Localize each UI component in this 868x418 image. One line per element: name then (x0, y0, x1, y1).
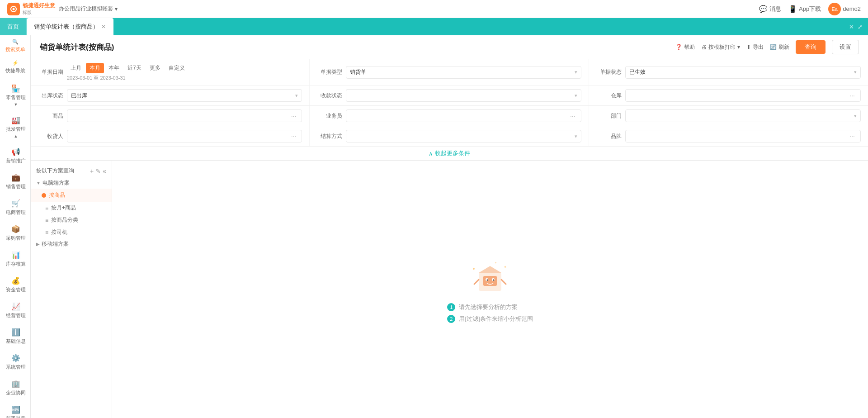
bill-status-value: 已生效 (629, 68, 646, 76)
sidebar-item-wholesale[interactable]: 🏭 批发管理 ▲ (0, 111, 30, 143)
query-button[interactable]: 查询 (796, 40, 826, 54)
empty-illustration: ✦ ✦ ✦ (467, 252, 513, 298)
help-btn[interactable]: ❓ 帮助 (675, 43, 695, 51)
search-icon: 🔍 (12, 39, 19, 45)
retail-icon: 🏪 (11, 84, 20, 93)
payment-select[interactable]: ▾ (346, 130, 581, 142)
sidebar-item-marketing[interactable]: 📢 营销推广 (0, 143, 30, 169)
goods-dots[interactable]: ··· (289, 112, 298, 119)
guide-label: 新手引导 (6, 415, 26, 418)
sidebar-item-operations[interactable]: 📈 经营管理 (0, 298, 30, 323)
scheme-collapse-icon[interactable]: « (103, 167, 106, 175)
scheme-edit-icon[interactable]: ✎ (95, 167, 101, 175)
salesman-label: 业务员 (317, 112, 342, 120)
sidebar-item-retail[interactable]: 🏪 零售管理 ▼ (0, 80, 30, 111)
sidebar-item-sales[interactable]: 💼 销售管理 (0, 169, 30, 195)
category-arrow-down: ▼ (36, 180, 41, 185)
purchase-icon: 📦 (11, 225, 20, 233)
goods-select[interactable]: ··· (67, 109, 302, 122)
filter-brand-cell: 品牌 ··· (589, 126, 868, 146)
brand-select[interactable]: ··· (625, 130, 861, 142)
sidebar-item-purchase[interactable]: 📦 采购管理 (0, 220, 30, 246)
sidebar-item-enterprise[interactable]: 🏢 企业协同 (0, 375, 30, 401)
export-label: 导出 (753, 43, 764, 51)
out-status-value: 已出库 (71, 92, 87, 100)
user-area[interactable]: Ea demo2 (828, 3, 861, 15)
user-name: demo2 (843, 5, 861, 12)
close-window-icon[interactable]: ✕ (849, 24, 854, 30)
message-btn[interactable]: 💬 消息 (759, 5, 781, 13)
report-tab-label: 销货单统计表（按商品） (34, 23, 99, 31)
sidebar-item-basic[interactable]: ℹ️ 基础信息 (0, 323, 30, 349)
search-label: 搜索菜单 (5, 46, 25, 53)
filter-payment-cell: 结算方式 ▾ (310, 126, 589, 146)
sidebar-item-system[interactable]: ⚙️ 系统管理 (0, 349, 30, 375)
tab-bar: 首页 销货单统计表（按商品） ✕ ✕ ⤢ (0, 18, 868, 35)
warehouse-dots[interactable]: ··· (848, 92, 857, 99)
bill-type-select[interactable]: 销货单 ▾ (346, 66, 581, 79)
content-wrapper: 销货单统计表(按商品) ❓ 帮助 🖨 按模板打印 ▾ ⬆ 导出 🔄 刷新 (31, 35, 868, 418)
template-print-btn[interactable]: 🖨 按模板打印 ▾ (701, 43, 740, 51)
date-btn-this-month[interactable]: 本月 (86, 63, 104, 73)
scheme-add-icon[interactable]: + (90, 167, 94, 175)
sidebar-item-guide[interactable]: 🆕 新手引导 (0, 401, 30, 418)
brand-dots[interactable]: ··· (848, 133, 857, 140)
refresh-btn[interactable]: 🔄 刷新 (770, 43, 789, 51)
date-btn-this-year[interactable]: 本年 (105, 63, 123, 73)
scheme-item-category[interactable]: ≡ 按商品分类 (31, 214, 112, 226)
scheme-item-goods-label: 按商品 (49, 191, 65, 199)
app-download-btn[interactable]: 📱 App下载 (788, 5, 821, 13)
collapse-btn[interactable]: ∧ 收起更多条件 (429, 149, 470, 157)
salesman-select[interactable]: ··· (346, 109, 581, 122)
scheme-category-mobile[interactable]: ▶ 移动端方案 (31, 238, 112, 250)
category-icon: ≡ (45, 217, 48, 223)
receiver-dots[interactable]: ··· (289, 133, 298, 140)
sidebar-item-inventory[interactable]: 📊 库存核算 (0, 246, 30, 272)
brand-label: 品牌 (596, 133, 622, 140)
warehouse-select[interactable]: ··· (625, 89, 861, 102)
maximize-icon[interactable]: ⤢ (858, 24, 863, 30)
workspace-dropdown[interactable]: 办公用品行业模拟账套 ▾ (59, 5, 118, 13)
scheme-item-month-goods[interactable]: ≡ 按月+商品 (31, 202, 112, 214)
step-2-circle: 2 (447, 315, 455, 323)
tab-home[interactable]: 首页 (0, 18, 27, 35)
tab-close-icon[interactable]: ✕ (101, 24, 106, 30)
receive-status-select[interactable]: ▾ (346, 89, 581, 102)
empty-step-2: 2 用[过滤]条件来缩小分析范围 (447, 315, 533, 323)
page-action-group: ❓ 帮助 🖨 按模板打印 ▾ ⬆ 导出 🔄 刷新 查询 设置 (675, 40, 859, 54)
out-status-select[interactable]: 已出库 ▾ (67, 89, 302, 102)
date-btn-7days[interactable]: 近7天 (124, 63, 145, 73)
marketing-label: 营销推广 (6, 157, 26, 164)
sidebar-item-ecommerce[interactable]: 🛒 电商管理 (0, 195, 30, 220)
scheme-item-by-goods[interactable]: 按商品 (31, 189, 112, 202)
sidebar-quick-nav[interactable]: ⚡ 快捷导航 (0, 57, 30, 78)
sidebar-item-finance[interactable]: 💰 资金管理 (0, 272, 30, 298)
date-btn-custom[interactable]: 自定义 (165, 63, 189, 73)
settings-button[interactable]: 设置 (832, 40, 859, 54)
phone-icon: 📱 (788, 5, 797, 13)
svg-text:✦: ✦ (504, 265, 507, 269)
scheme-item-driver[interactable]: ≡ 按司机 (31, 226, 112, 238)
svg-line-9 (501, 280, 506, 284)
svg-point-7 (493, 279, 494, 280)
receiver-select[interactable]: ··· (67, 130, 302, 142)
driver-label: 按司机 (51, 228, 67, 236)
warehouse-label: 仓库 (596, 92, 622, 100)
salesman-dots[interactable]: ··· (568, 112, 577, 119)
step-1-text: 请先选择要分析的方案 (459, 303, 518, 311)
date-btn-last-month[interactable]: 上月 (67, 63, 85, 73)
department-select[interactable]: ▾ (625, 109, 861, 122)
step-1-circle: 1 (447, 303, 455, 311)
empty-step-1: 1 请先选择要分析的方案 (447, 303, 533, 311)
export-btn[interactable]: ⬆ 导出 (746, 43, 764, 51)
date-label: 单据日期 (38, 68, 63, 76)
sidebar-search[interactable]: 🔍 搜索菜单 (0, 35, 30, 57)
svg-line-8 (474, 280, 479, 284)
bill-status-select[interactable]: 已生效 ▾ (625, 66, 861, 79)
svg-text:✦: ✦ (472, 266, 476, 271)
ecommerce-icon: 🛒 (11, 199, 20, 208)
refresh-label: 刷新 (778, 43, 789, 51)
date-btn-more[interactable]: 更多 (146, 63, 164, 73)
scheme-category-desktop[interactable]: ▼ 电脑端方案 (31, 177, 112, 189)
tab-report[interactable]: 销货单统计表（按商品） ✕ (27, 18, 113, 35)
